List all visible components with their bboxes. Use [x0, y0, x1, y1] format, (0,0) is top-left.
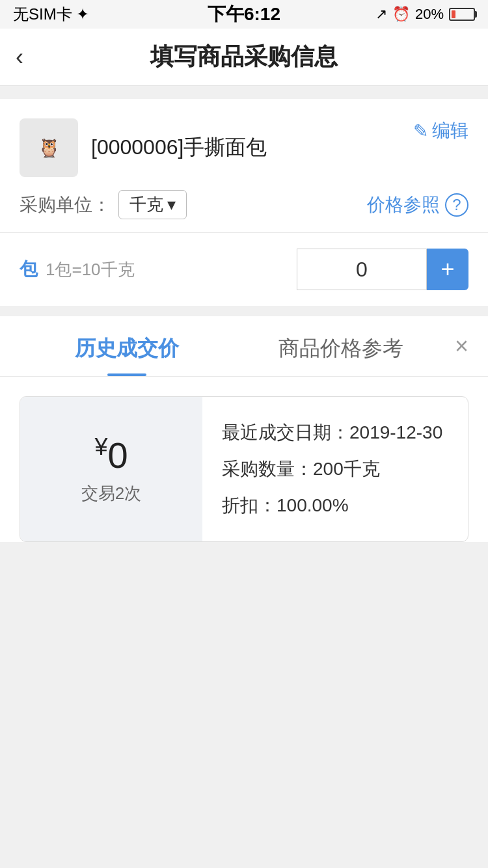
tab-underline	[107, 373, 146, 376]
tab-history-price[interactable]: 历史成交价	[20, 316, 234, 376]
unit-label: 采购单位： 千克 ▾	[20, 190, 187, 219]
recent-date-value: 2019-12-30	[349, 422, 442, 442]
unit-conversion: 1包=10千克	[46, 258, 135, 281]
content-area	[0, 562, 488, 868]
tab-section: 历史成交价 商品价格参考 × ¥0 交易2次 最近成交日期：2019-12-30…	[0, 316, 488, 542]
quantity-row: 包 1包=10千克 +	[0, 232, 488, 306]
page-title: 填写商品采购信息	[150, 41, 338, 73]
battery-percent: 20%	[415, 6, 444, 23]
edit-label: 编辑	[432, 118, 468, 143]
product-unit-row: 采购单位： 千克 ▾ 价格参照 ?	[20, 190, 468, 219]
product-card: 🦉 [0000006]手撕面包 ✎ 编辑 采购单位： 千克 ▾ 价格参照 ?	[0, 99, 488, 232]
discount-label: 折扣：	[222, 495, 277, 515]
recent-date-row: 最近成交日期：2019-12-30	[222, 420, 448, 445]
owl-icon: 🦉	[38, 137, 61, 159]
tab-product-price-ref[interactable]: 商品价格参考	[234, 316, 448, 376]
quantity-unit-info: 包 1包=10千克	[20, 257, 135, 282]
back-button[interactable]: ‹	[16, 44, 23, 71]
purchase-qty-row: 采购数量：200千克	[222, 457, 448, 481]
quantity-input-group: +	[297, 249, 468, 290]
price-amount: 0	[107, 434, 128, 475]
purchase-qty-label: 采购数量：	[222, 459, 313, 479]
alarm-icon: ⏰	[392, 6, 410, 23]
carrier-text: 无SIM卡 ✦	[13, 4, 89, 25]
unit-value: 千克	[129, 193, 163, 216]
tab-price-ref-label: 商品价格参考	[278, 336, 403, 360]
battery-icon	[449, 8, 475, 21]
edit-button[interactable]: ✎ 编辑	[413, 118, 468, 143]
price-ref-button[interactable]: 价格参照 ?	[367, 193, 468, 217]
quantity-plus-button[interactable]: +	[427, 249, 468, 290]
unit-label-text: 采购单位：	[20, 193, 111, 217]
price-card-right: 最近成交日期：2019-12-30 采购数量：200千克 折扣：100.00%	[202, 397, 468, 541]
nav-bar: ‹ 填写商品采购信息	[0, 29, 488, 86]
recent-date-label: 最近成交日期：	[222, 422, 349, 442]
price-display: ¥0	[94, 433, 128, 476]
tab-header: 历史成交价 商品价格参考 ×	[0, 316, 488, 377]
unit-icon: 包	[20, 257, 38, 282]
status-bar: 无SIM卡 ✦ 下午6:12 ↗ ⏰ 20%	[0, 0, 488, 29]
history-price-card: ¥0 交易2次 最近成交日期：2019-12-30 采购数量：200千克 折扣：…	[20, 396, 468, 542]
status-left: 无SIM卡 ✦	[13, 4, 89, 25]
discount-value: 100.00%	[277, 495, 349, 515]
status-time: 下午6:12	[208, 2, 280, 27]
currency-symbol: ¥	[94, 433, 107, 460]
price-card-left: ¥0 交易2次	[20, 397, 202, 541]
tab-history-label: 历史成交价	[75, 336, 179, 360]
product-name: [0000006]手撕面包	[91, 133, 267, 162]
price-ref-label: 价格参照	[367, 193, 440, 217]
help-icon: ?	[445, 193, 468, 217]
product-thumbnail: 🦉	[20, 118, 78, 177]
unit-select[interactable]: 千克 ▾	[118, 190, 187, 219]
location-icon: ↗	[375, 6, 387, 23]
edit-icon: ✎	[413, 120, 428, 142]
discount-row: 折扣：100.00%	[222, 493, 448, 518]
product-left: 🦉 [0000006]手撕面包	[20, 118, 267, 177]
tab-close-button[interactable]: ×	[455, 319, 468, 373]
quantity-input[interactable]	[297, 249, 427, 290]
purchase-qty-value: 200千克	[313, 459, 380, 479]
dropdown-icon: ▾	[167, 195, 176, 215]
status-right: ↗ ⏰ 20%	[375, 6, 475, 23]
price-trades: 交易2次	[81, 482, 141, 505]
product-header: 🦉 [0000006]手撕面包 ✎ 编辑	[20, 118, 468, 177]
